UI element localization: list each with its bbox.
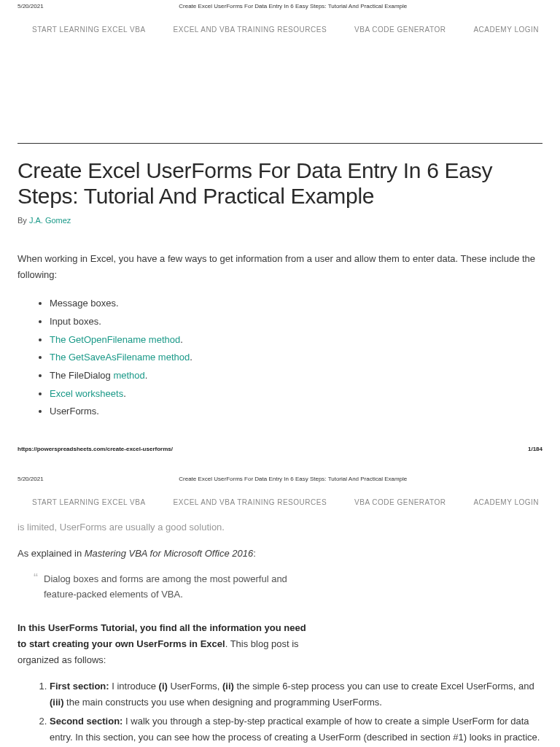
top-nav: START LEARNING EXCEL VBA EXCEL AND VBA T… xyxy=(0,12,560,47)
divider xyxy=(18,143,542,144)
print-header: 5/20/2021 Create Excel UserForms For Dat… xyxy=(0,0,560,12)
nav-academy-login[interactable]: ACADEMY LOGIN xyxy=(473,26,539,34)
intro-paragraph: When working in Excel, you have a few wa… xyxy=(18,251,542,283)
methods-list: Message boxes. Input boxes. The GetOpenF… xyxy=(18,295,542,421)
print-header: 5/20/2021 Create Excel UserForms For Dat… xyxy=(0,473,560,485)
quote-text: Dialog boxes and forms are among the mos… xyxy=(44,572,296,603)
list-item: The FileDialog method. xyxy=(50,367,542,385)
list-item: First section: I introduce (i) UserForms… xyxy=(50,678,542,711)
byline: By J.A. Gomez xyxy=(18,216,542,225)
author-link[interactable]: J.A. Gomez xyxy=(29,216,71,225)
nav-code-generator[interactable]: VBA CODE GENERATOR xyxy=(354,498,446,506)
cut-paragraph: is limited, UserForms are usually a good… xyxy=(18,519,542,535)
list-item: The GetSaveAsFilename method. xyxy=(50,349,542,367)
book-title: Mastering VBA for Microsoft Office 2016 xyxy=(85,548,253,559)
quote-mark-icon: “ xyxy=(34,572,38,603)
list-item: The GetOpenFilename method. xyxy=(50,331,542,349)
top-nav: START LEARNING EXCEL VBA EXCEL AND VBA T… xyxy=(0,485,560,519)
getsaveasfilename-link[interactable]: The GetSaveAsFilename method xyxy=(50,352,190,363)
list-item: Excel worksheets. xyxy=(50,385,542,403)
filedialog-method-link[interactable]: method xyxy=(113,370,144,381)
print-title: Create Excel UserForms For Data Entry In… xyxy=(44,476,542,482)
nav-start-learning[interactable]: START LEARNING EXCEL VBA xyxy=(32,26,146,34)
article-title: Create Excel UserForms For Data Entry In… xyxy=(18,158,542,209)
print-footer: https://powerspreadsheets.com/create-exc… xyxy=(0,443,560,473)
blockquote: “ Dialog boxes and forms are among the m… xyxy=(34,572,296,603)
nav-academy-login[interactable]: ACADEMY LOGIN xyxy=(473,498,539,506)
list-item: UserForms. xyxy=(50,403,542,421)
list-item: Second section: I walk you through a ste… xyxy=(50,713,542,746)
nav-training-resources[interactable]: EXCEL AND VBA TRAINING RESOURCES xyxy=(174,26,327,34)
print-date: 5/20/2021 xyxy=(18,476,44,482)
list-item: Input boxes. xyxy=(50,313,542,331)
print-url: https://powerspreadsheets.com/create-exc… xyxy=(18,446,173,452)
print-title: Create Excel UserForms For Data Entry In… xyxy=(44,3,542,9)
nav-code-generator[interactable]: VBA CODE GENERATOR xyxy=(354,26,446,34)
sections-list: First section: I introduce (i) UserForms… xyxy=(18,678,542,746)
nav-training-resources[interactable]: EXCEL AND VBA TRAINING RESOURCES xyxy=(174,498,327,506)
explained-paragraph: As explained in Mastering VBA for Micros… xyxy=(18,546,542,562)
nav-start-learning[interactable]: START LEARNING EXCEL VBA xyxy=(32,498,146,506)
list-item: Message boxes. xyxy=(50,295,542,313)
page-number: 1/184 xyxy=(528,446,542,452)
getopenfilename-link[interactable]: The GetOpenFilename method xyxy=(50,334,180,345)
excel-worksheets-link[interactable]: Excel worksheets xyxy=(50,388,123,399)
print-date: 5/20/2021 xyxy=(18,3,44,9)
lead-paragraph: In this UserForms Tutorial, you find all… xyxy=(18,620,309,668)
